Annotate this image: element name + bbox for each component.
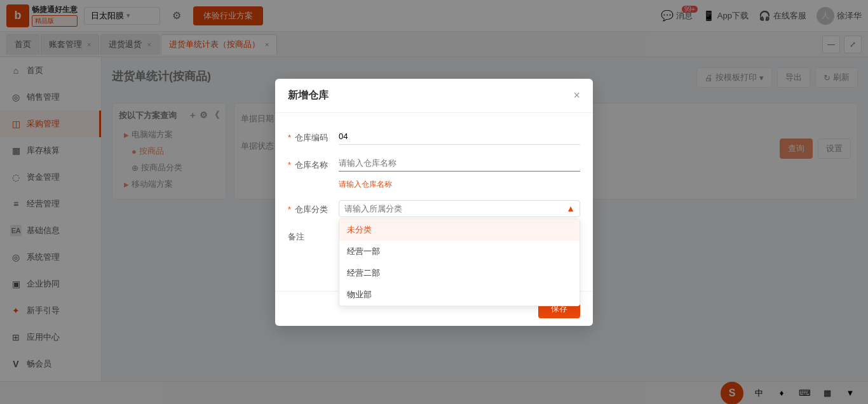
note-label: 备注 — [288, 227, 332, 243]
modal-title: 新增仓库 — [288, 89, 329, 102]
code-field-row: * 仓库编码 — [288, 128, 580, 145]
dropdown-item-dept1[interactable]: 经营一部 — [339, 241, 580, 262]
modal-body: * 仓库编码 * 仓库名称 请输入仓库名称 — [275, 113, 593, 291]
name-label: * 仓库名称 — [288, 156, 332, 171]
code-input[interactable] — [339, 128, 580, 145]
name-field-inner: * 仓库名称 — [288, 155, 580, 172]
category-label: * 仓库分类 — [288, 200, 332, 215]
category-chevron-icon[interactable]: ▲ — [566, 203, 575, 213]
add-warehouse-modal: 新增仓库 × * 仓库编码 * 仓库名称 — [275, 79, 593, 326]
category-select-wrap: ▲ 未分类 经营一部 经营二部 物业部 — [339, 200, 580, 217]
code-label: * 仓库编码 — [288, 128, 332, 144]
name-error-msg: 请输入仓库名称 — [288, 179, 580, 190]
name-field-row: * 仓库名称 请输入仓库名称 — [288, 155, 580, 190]
modal-close-button[interactable]: × — [573, 89, 580, 102]
category-input[interactable] — [339, 200, 580, 217]
dropdown-item-dept3[interactable]: 物业部 — [339, 284, 580, 306]
dropdown-item-none[interactable]: 未分类 — [339, 219, 580, 241]
category-field-row: * 仓库分类 ▲ 未分类 经营一部 经营二部 物业部 — [288, 200, 580, 217]
modal-overlay: 新增仓库 × * 仓库编码 * 仓库名称 — [0, 0, 868, 404]
name-input[interactable] — [339, 155, 580, 172]
dropdown-item-dept2[interactable]: 经营二部 — [339, 262, 580, 284]
modal-header: 新增仓库 × — [275, 79, 593, 113]
category-dropdown: 未分类 经营一部 经营二部 物业部 — [339, 219, 580, 306]
